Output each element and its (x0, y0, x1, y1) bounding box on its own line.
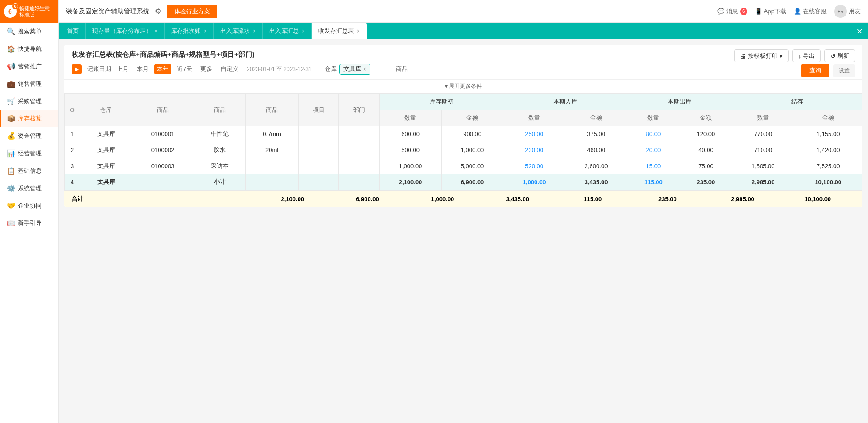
date-curr-month-btn[interactable]: 本月 (134, 64, 151, 74)
date-prev-month-btn[interactable]: 上月 (114, 64, 131, 74)
sidebar-item-marketing[interactable]: 📢 营销推广 (0, 58, 58, 75)
tab-home[interactable]: 首页 (61, 23, 86, 39)
newbie-icon: 📖 (7, 219, 15, 227)
sidebar-item-system[interactable]: ⚙️ 系统管理 (0, 180, 58, 197)
sidebar-item-inventory[interactable]: 📦 库存核算 (0, 110, 58, 127)
user-item[interactable]: Ea 用友 (834, 5, 861, 18)
table-row: 1文具库0100001中性笔0.7mm600.00900.00250.00375… (65, 126, 862, 142)
message-icon: 💬 (717, 8, 724, 15)
row-balance-amt: 1,420.00 (794, 142, 862, 158)
tab-batch[interactable]: 库存批次账 × (165, 23, 214, 39)
row-code: 0100003 (132, 158, 194, 174)
tab-close-icon[interactable]: × (357, 28, 360, 34)
tab-stock-summary[interactable]: 收发存汇总表 × (312, 23, 367, 39)
col-in-header: 本期入库 (503, 94, 627, 110)
sidebar-item-sales[interactable]: 💼 销售管理 (0, 75, 58, 93)
row-dept (339, 126, 380, 142)
warehouse-tag-close-icon[interactable]: × (363, 66, 366, 72)
row-code: 0100001 (132, 126, 194, 142)
row-out-amt: 40.00 (680, 142, 732, 158)
row-spec (246, 174, 299, 190)
sidebar-item-purchase[interactable]: 🛒 采购管理 (0, 93, 58, 110)
filter-arrow-button[interactable]: ▶ (72, 64, 82, 74)
tab-close-icon[interactable]: × (155, 28, 158, 34)
corp-icon: 🤝 (7, 202, 15, 210)
row-opening-amt: 5,000.00 (442, 158, 503, 174)
sidebar-item-label: 经营管理 (18, 149, 42, 158)
row-opening-qty: 2,100.00 (380, 174, 442, 190)
basic-icon: 📋 (7, 167, 15, 175)
messages-item[interactable]: 💬 消息 6 (717, 7, 747, 16)
tab-close-icon[interactable]: × (302, 28, 305, 34)
row-in-qty[interactable]: 250.00 (503, 126, 565, 142)
date-curr-year-btn[interactable]: 本年 (154, 64, 171, 74)
sidebar-item-basic[interactable]: 📋 基础信息 (0, 162, 58, 180)
sidebar-item-corp[interactable]: 🤝 企业协同 (0, 197, 58, 214)
row-project (298, 174, 339, 190)
data-table: ⚙ 仓库 商品 商品 商品 项目 部门 库存期初 本期入库 本期出库 结存 (64, 93, 862, 190)
row-balance-qty: 710.00 (732, 142, 794, 158)
col-in-amt-header: 金额 (565, 110, 627, 126)
table-settings-icon[interactable]: ⚙ (69, 106, 75, 114)
sidebar-item-label: 快捷导航 (18, 45, 42, 53)
row-no: 3 (65, 158, 80, 174)
home-icon: 🏠 (7, 45, 15, 53)
table-row: 3文具库0100003采访本1,000.005,000.00520.002,60… (65, 158, 862, 174)
row-opening-amt: 900.00 (442, 126, 503, 142)
row-warehouse: 文具库 (80, 142, 132, 158)
row-opening-amt: 6,900.00 (442, 174, 503, 190)
sidebar-item-newbie[interactable]: 📖 新手引导 (0, 214, 58, 232)
row-out-qty[interactable]: 80.00 (627, 126, 680, 142)
row-opening-qty: 500.00 (380, 142, 442, 158)
sidebar-nav: 🔍 搜索菜单 🏠 快捷导航 📢 营销推广 💼 销售管理 🛒 采购管理 📦 库存核… (0, 23, 58, 423)
col-settings-header: ⚙ (65, 94, 80, 126)
tab-close-icon[interactable]: × (253, 28, 256, 34)
table-row: 2文具库0100002胶水20ml500.001,000.00230.00460… (65, 142, 862, 158)
row-in-qty[interactable]: 1,000.00 (503, 174, 565, 190)
col-opening-amt-header: 金额 (442, 110, 503, 126)
warehouse-tag[interactable]: 文具库 × (339, 64, 370, 75)
date-7days-btn[interactable]: 近7天 (174, 64, 195, 74)
date-range-display: 2023-01-01 至 2023-12-31 (247, 66, 311, 73)
col-code-header: 商品 (132, 94, 194, 126)
tab-inout-flow[interactable]: 出入库流水 × (214, 23, 263, 39)
tabs-close-all-icon[interactable]: ✕ (853, 27, 866, 36)
config-icon[interactable]: ⚙ (155, 7, 161, 16)
goods-more-icon[interactable]: … (410, 66, 420, 73)
sidebar-item-label: 资金管理 (18, 132, 42, 140)
sidebar-item-finance[interactable]: 💰 资金管理 (0, 127, 58, 145)
sidebar-item-search[interactable]: 🔍 搜索菜单 (0, 23, 58, 40)
date-more-btn[interactable]: 更多 (198, 64, 215, 74)
row-balance-qty: 1,505.00 (732, 158, 794, 174)
print-icon: 🖨 (740, 53, 746, 60)
row-out-qty[interactable]: 20.00 (627, 142, 680, 158)
row-out-qty[interactable]: 115.00 (627, 174, 680, 190)
row-spec (246, 158, 299, 174)
tab-inout-summary[interactable]: 出入库汇总 × (263, 23, 312, 39)
experience-button[interactable]: 体验行业方案 (167, 5, 217, 18)
app-download-item[interactable]: 📱 App下载 (755, 7, 786, 16)
tab-close-icon[interactable]: × (204, 28, 207, 34)
col-out-header: 本期出库 (627, 94, 732, 110)
marketing-icon: 📢 (7, 62, 15, 71)
system-icon: ⚙️ (7, 184, 15, 192)
query-button[interactable]: 查询 (801, 64, 829, 77)
footer-balance-qty: 2,985.00 (705, 196, 780, 203)
row-spec: 0.7mm (246, 126, 299, 142)
date-custom-btn[interactable]: 自定义 (218, 64, 241, 74)
expand-more-bar[interactable]: ▾ 展开更多条件 (64, 80, 862, 93)
search-icon: 🔍 (7, 27, 15, 36)
table-row: 4文具库小计2,100.006,900.001,000.003,435.0011… (65, 174, 862, 190)
row-in-qty[interactable]: 230.00 (503, 142, 565, 158)
warehouse-more-icon[interactable]: … (373, 66, 383, 73)
sidebar-item-quick[interactable]: 🏠 快捷导航 (0, 40, 58, 58)
online-service-item[interactable]: 👤 在线客服 (794, 7, 827, 16)
tab-inventory-dist[interactable]: 现存量（库存分布表） × (86, 23, 165, 39)
col-balance-qty-header: 数量 (732, 110, 794, 126)
row-out-qty[interactable]: 15.00 (627, 158, 680, 174)
sidebar-item-operations[interactable]: 📊 经营管理 (0, 145, 58, 162)
col-out-qty-header: 数量 (627, 110, 680, 126)
row-in-qty[interactable]: 520.00 (503, 158, 565, 174)
row-in-amt: 375.00 (565, 126, 627, 142)
settings-button[interactable]: 设置 (833, 64, 855, 77)
